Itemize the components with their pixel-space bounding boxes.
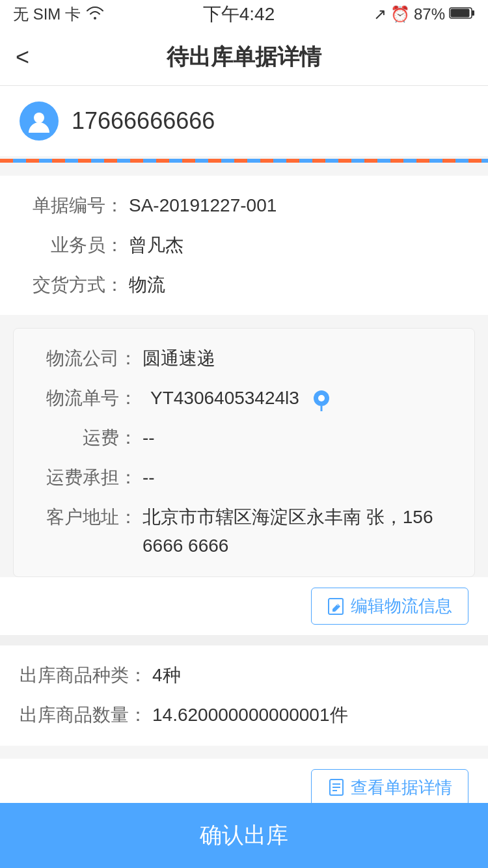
avatar xyxy=(20,102,59,141)
goods-section: 出库商品种类： 4种 出库商品数量： 14.620000000000001件 xyxy=(0,645,488,746)
status-right: ↗ ⏰ 87% xyxy=(373,5,475,23)
svg-point-5 xyxy=(318,395,325,401)
svg-rect-1 xyxy=(472,10,474,16)
edit-logistics-area: 编辑物流信息 xyxy=(0,577,488,635)
sales-person-label: 业务员： xyxy=(20,231,124,260)
delivery-method-row: 交货方式： 物流 xyxy=(20,271,468,300)
sales-person-row: 业务员： 曾凡杰 xyxy=(20,231,468,260)
svg-point-3 xyxy=(34,113,44,123)
carrier-text: 无 SIM 卡 xyxy=(13,4,81,25)
order-no-row: 单据编号： SA-20191227-001 xyxy=(20,191,468,221)
section-divider xyxy=(0,635,488,645)
goods-quantity-value: 14.620000000000001件 xyxy=(147,701,468,730)
logistics-card: 物流公司： 圆通速递 物流单号： YT43064053424l3 运费： -- … xyxy=(13,328,475,577)
customer-phone: 17666666666 xyxy=(72,107,215,135)
freight-bearer-label: 运费承担： xyxy=(33,463,137,493)
delivery-method-value: 物流 xyxy=(124,271,468,300)
freight-value: -- xyxy=(137,424,455,453)
location-status-icon: ↗ xyxy=(373,5,386,23)
svg-rect-2 xyxy=(451,9,470,18)
goods-quantity-row: 出库商品数量： 14.620000000000001件 xyxy=(20,701,468,730)
freight-row: 运费： -- xyxy=(33,424,455,453)
status-left: 无 SIM 卡 xyxy=(13,4,104,25)
goods-quantity-label: 出库商品数量： xyxy=(20,701,147,730)
address-label: 客户地址： xyxy=(33,503,137,532)
edit-logistics-button[interactable]: 编辑物流信息 xyxy=(311,588,468,625)
edit-logistics-label: 编辑物流信息 xyxy=(351,595,452,617)
address-row: 客户地址： 北京市市辖区海淀区永丰南 张，156 6666 6666 xyxy=(33,503,455,562)
back-button[interactable]: < xyxy=(16,44,29,71)
battery-text: 87% xyxy=(414,5,445,23)
freight-label: 运费： xyxy=(33,424,137,453)
status-bar: 无 SIM 卡 下午4:42 ↗ ⏰ 87% xyxy=(0,0,488,29)
tracking-no-row: 物流单号： YT43064053424l3 xyxy=(33,384,455,413)
logistics-company-row: 物流公司： 圆通速递 xyxy=(33,344,455,373)
view-details-button[interactable]: 查看单据详情 xyxy=(311,769,468,806)
edit-icon xyxy=(327,597,346,616)
order-no-value: SA-20191227-001 xyxy=(124,191,468,221)
battery-icon xyxy=(449,5,475,23)
tracking-no-label: 物流单号： xyxy=(33,384,137,413)
wifi-icon xyxy=(86,5,104,23)
dashed-divider xyxy=(0,159,488,163)
address-value: 北京市市辖区海淀区永丰南 张，156 6666 6666 xyxy=(137,503,455,562)
delivery-method-label: 交货方式： xyxy=(20,271,124,300)
sales-person-value: 曾凡杰 xyxy=(124,231,468,260)
customer-card: 17666666666 xyxy=(0,86,488,156)
order-info-section: 单据编号： SA-20191227-001 业务员： 曾凡杰 交货方式： 物流 xyxy=(0,176,488,315)
goods-type-label: 出库商品种类： xyxy=(20,661,147,690)
order-no-label: 单据编号： xyxy=(20,191,124,221)
logistics-company-value: 圆通速递 xyxy=(137,344,455,373)
page-content: 17666666666 单据编号： SA-20191227-001 业务员： 曾… xyxy=(0,86,488,868)
confirm-button-label: 确认出库 xyxy=(200,821,288,850)
document-icon xyxy=(327,778,346,796)
confirm-button[interactable]: 确认出库 xyxy=(0,803,488,868)
alarm-icon: ⏰ xyxy=(390,5,410,23)
status-time: 下午4:42 xyxy=(203,2,275,27)
view-details-label: 查看单据详情 xyxy=(351,776,452,799)
logistics-company-label: 物流公司： xyxy=(33,344,137,373)
goods-type-row: 出库商品种类： 4种 xyxy=(20,661,468,690)
goods-type-value: 4种 xyxy=(147,661,468,690)
tracking-no-value: YT43064053424l3 xyxy=(145,384,455,413)
nav-bar: < 待出库单据详情 xyxy=(0,29,488,86)
freight-bearer-row: 运费承担： -- xyxy=(33,463,455,493)
page-title: 待出库单据详情 xyxy=(167,42,321,72)
freight-bearer-value: -- xyxy=(137,463,455,493)
